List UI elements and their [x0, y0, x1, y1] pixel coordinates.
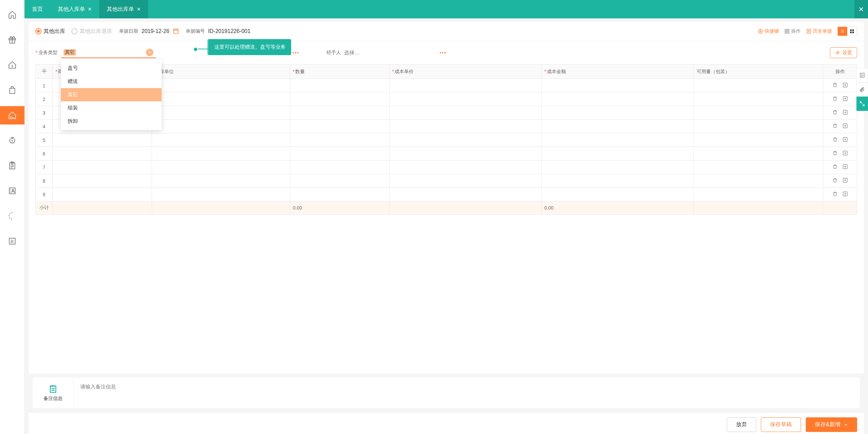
svg-rect-16: [785, 32, 787, 33]
radio-other-out[interactable]: 其他出库: [35, 28, 65, 35]
add-icon[interactable]: [842, 96, 848, 102]
radio-icon: [71, 28, 78, 34]
action-label: 快捷键: [765, 28, 779, 34]
delete-icon[interactable]: [832, 82, 838, 89]
tab-home[interactable]: 首页: [24, 0, 50, 18]
close-icon[interactable]: ✕: [88, 6, 92, 12]
nav-bag[interactable]: [0, 81, 24, 99]
nav-new[interactable]: 新: [0, 232, 24, 250]
nav-contacts[interactable]: [0, 182, 24, 200]
row-ops: [823, 93, 857, 106]
nav-loading[interactable]: [0, 207, 24, 225]
add-icon[interactable]: [842, 191, 848, 198]
footer-bar: 放弃 保存草稿 保存&新增: [29, 412, 864, 434]
nav-money-house[interactable]: $: [0, 56, 24, 74]
delete-icon[interactable]: [832, 191, 838, 198]
handler-input[interactable]: [344, 50, 426, 56]
dropdown-item[interactable]: 组装: [61, 101, 162, 115]
button-label: 放弃: [736, 421, 747, 427]
row-ops: [823, 120, 857, 133]
add-icon[interactable]: [842, 164, 848, 170]
view-list-icon[interactable]: [838, 27, 847, 36]
delete-icon[interactable]: [832, 150, 838, 157]
delete-icon[interactable]: [832, 110, 838, 116]
calendar-icon[interactable]: [173, 28, 179, 35]
row-ops: [823, 147, 857, 161]
delete-icon[interactable]: [832, 96, 838, 102]
rail-attachment-icon[interactable]: [856, 82, 868, 97]
add-icon[interactable]: [842, 137, 848, 143]
save-new-button[interactable]: 保存&新增: [806, 417, 857, 432]
view-grid-icon[interactable]: [847, 27, 857, 36]
table-row[interactable]: 7: [36, 161, 857, 174]
right-rail: [856, 68, 868, 111]
dropdown-item[interactable]: 拆卸: [61, 115, 162, 128]
add-icon[interactable]: [842, 82, 848, 89]
rail-expand-icon[interactable]: [856, 97, 868, 111]
nav-clipboard[interactable]: [0, 156, 24, 175]
row-number: 8: [36, 174, 53, 188]
svg-text:新: 新: [11, 239, 14, 243]
save-draft-button[interactable]: 保存草稿: [761, 417, 801, 432]
svg-point-12: [758, 29, 763, 33]
row-number: 5: [36, 133, 53, 147]
settings-button[interactable]: 设置: [830, 47, 857, 58]
radio-icon: [35, 28, 41, 34]
discard-button[interactable]: 放弃: [727, 417, 756, 432]
col-qty: *数量: [290, 65, 389, 79]
svg-point-8: [12, 189, 14, 191]
more-icon[interactable]: •••: [292, 50, 299, 55]
nav-home[interactable]: [0, 5, 24, 24]
handler-field: 经手人: [327, 50, 426, 56]
chevron-down-icon: [844, 423, 848, 427]
dropdown-item[interactable]: 赠送: [61, 75, 162, 88]
operate-button[interactable]: 操作: [784, 28, 801, 34]
notes-section: 备注信息: [33, 378, 860, 408]
delete-icon[interactable]: [832, 178, 838, 184]
tab-other-out[interactable]: 其他出库单✕: [99, 0, 148, 18]
delete-icon[interactable]: [832, 164, 838, 170]
col-cost-price: *成本单价: [389, 65, 541, 79]
biz-type-select[interactable]: 其它: [61, 47, 156, 58]
notes-input[interactable]: [80, 384, 853, 389]
add-icon[interactable]: [842, 123, 848, 130]
add-icon[interactable]: [842, 150, 848, 157]
nav-gift[interactable]: [0, 31, 24, 49]
dropdown-item[interactable]: 其它: [61, 88, 162, 101]
row-ops: [823, 79, 857, 93]
col-gear[interactable]: [36, 65, 53, 79]
svg-point-24: [43, 70, 45, 72]
svg-rect-14: [785, 29, 787, 31]
tooltip-callout: 这里可以处理赠送、盘亏等业务: [207, 39, 291, 55]
dropdown-item[interactable]: 盘亏: [61, 62, 162, 75]
more-icon[interactable]: •••: [439, 50, 447, 55]
tabs-close-all[interactable]: [854, 0, 868, 18]
delete-icon[interactable]: [832, 123, 838, 130]
radio-label: 其他出库: [44, 28, 65, 35]
table-row[interactable]: 6: [36, 147, 857, 161]
table-row[interactable]: 9: [36, 188, 857, 201]
card-header: 其他出库 其他出库退库 单据日期 2019-12-26 单据编号 ID-2019…: [29, 22, 864, 41]
add-icon[interactable]: [842, 178, 848, 184]
rail-detail-icon[interactable]: [856, 68, 868, 82]
history-button[interactable]: 历史单据: [806, 28, 832, 34]
meta-value: ID-20191226-001: [208, 28, 251, 34]
add-icon[interactable]: [842, 110, 848, 116]
biz-type-dropdown: 盘亏赠送其它组装拆卸: [61, 60, 162, 130]
nav-warehouse[interactable]: [0, 106, 24, 124]
shortcut-button[interactable]: 快捷键: [758, 28, 779, 34]
nav-moneybag[interactable]: ¥: [0, 131, 24, 150]
radio-other-out-return[interactable]: 其他出库退库: [71, 28, 112, 35]
meta-label: 单据编号: [186, 28, 205, 34]
table-row[interactable]: 8: [36, 174, 857, 188]
meta-label: 单据日期: [119, 28, 138, 34]
svg-rect-34: [50, 386, 55, 393]
row-number: 7: [36, 161, 53, 174]
view-toggle: [837, 27, 857, 36]
close-icon[interactable]: ✕: [137, 6, 141, 12]
tab-other-in[interactable]: 其他入库单✕: [50, 0, 99, 18]
svg-rect-11: [173, 29, 178, 33]
doc-date: 单据日期 2019-12-26: [119, 28, 179, 35]
table-row[interactable]: 5: [36, 133, 857, 147]
delete-icon[interactable]: [832, 137, 838, 143]
